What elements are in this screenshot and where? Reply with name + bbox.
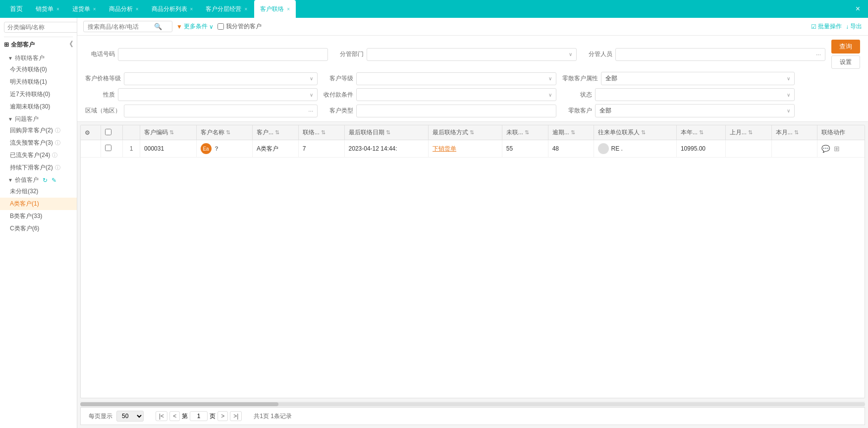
export-button[interactable]: ↓ 导出 [846, 22, 862, 31]
nav-tab-purchase[interactable]: 进货单 × [66, 0, 102, 18]
col-company-contact[interactable]: 往来单位联系人⇅ [594, 125, 676, 140]
last-page-btn[interactable]: >| [230, 411, 242, 421]
manager-input[interactable]: ··· [615, 48, 825, 61]
search-input[interactable] [88, 23, 152, 30]
sidebar-item-7days[interactable]: 近7天待联络(0) [0, 88, 77, 101]
prev-page-btn[interactable]: < [169, 411, 180, 421]
sidebar-section-problem[interactable]: ▼ 问题客户 [0, 113, 77, 124]
retail-attr-select[interactable]: 全部∨ [601, 72, 795, 85]
close-icon[interactable]: × [136, 6, 139, 12]
edit-icon[interactable]: ✎ [52, 177, 56, 184]
sidebar-search-input[interactable] [4, 22, 77, 33]
filter-search-box[interactable]: 🔍 [83, 21, 172, 32]
dept-label: 分管部门 [334, 50, 364, 58]
col-not-contacted[interactable]: 未联...⇅ [502, 125, 548, 140]
col-last-contact-date[interactable]: 最后联络日期⇅ [344, 125, 429, 140]
sidebar-item-declining[interactable]: 持续下滑客户(2) ⓘ [0, 161, 77, 174]
col-checkbox[interactable] [101, 125, 123, 140]
qr-icon[interactable]: ⊞ [834, 145, 840, 153]
sidebar-item-c-class[interactable]: C类客户(6) [0, 222, 77, 235]
my-customers-checkbox[interactable]: 我分管的客户 [217, 22, 262, 31]
sidebar-item-churn-warning[interactable]: 流失预警客户(3) ⓘ [0, 137, 77, 149]
settings-icon[interactable]: ⚙ [85, 129, 90, 136]
nav-home[interactable]: 首页 [4, 0, 29, 18]
nav-tab-analysis-list[interactable]: 商品分析列表 × [146, 0, 199, 18]
refresh-icon[interactable]: ↻ [43, 177, 48, 184]
sort-icon[interactable]: ⇅ [275, 129, 279, 136]
status-select[interactable]: ∨ [595, 88, 795, 101]
my-customers-check[interactable] [217, 23, 224, 30]
col-settings[interactable]: ⚙ [81, 125, 101, 140]
sort-icon[interactable]: ⇅ [321, 129, 326, 136]
window-close-icon[interactable]: × [852, 4, 864, 13]
sort-icon[interactable]: ⇅ [470, 129, 474, 136]
nav-tab-sales[interactable]: 销货单 × [30, 0, 65, 18]
horizontal-scrollbar[interactable] [80, 401, 865, 407]
nav-tab-customer-tier[interactable]: 客户分层经营 × [200, 0, 253, 18]
arrow-icon: ▼ [8, 55, 13, 61]
next-page-btn[interactable]: > [217, 411, 228, 421]
batch-op-button[interactable]: ☑ 批量操作 [811, 22, 842, 31]
sort-icon[interactable]: ⇅ [794, 129, 799, 136]
close-icon[interactable]: × [190, 6, 193, 12]
nature-select[interactable]: ∨ [118, 88, 318, 101]
region-input[interactable]: ··· [124, 105, 318, 117]
col-code[interactable]: 客户编码⇅ [140, 125, 196, 140]
close-icon[interactable]: × [93, 6, 96, 12]
nav-tab-customer-contact[interactable]: 客户联络 × [254, 0, 296, 18]
sidebar-item-tomorrow[interactable]: 明天待联络(1) [0, 76, 77, 88]
sort-icon[interactable]: ⇅ [748, 129, 753, 136]
sort-icon[interactable]: ⇅ [169, 129, 174, 136]
sort-icon[interactable]: ⇅ [571, 129, 575, 136]
col-level[interactable]: 客户...⇅ [252, 125, 298, 140]
sidebar-item-overdue[interactable]: 逾期未联络(30) [0, 101, 77, 113]
col-last-contact-method[interactable]: 最后联络方式⇅ [429, 125, 502, 140]
customer-level-select[interactable]: ∨ [356, 72, 556, 85]
chat-icon[interactable]: 💬 [821, 145, 830, 153]
scrollbar-thumb[interactable] [80, 402, 278, 406]
col-contact[interactable]: 联络...⇅ [298, 125, 344, 140]
select-all-checkbox[interactable] [105, 129, 111, 135]
sort-icon[interactable]: ⇅ [699, 129, 704, 136]
per-page-select[interactable]: 50 100 200 [116, 411, 144, 422]
sidebar-item-repurchase-abnormal[interactable]: 回购异常客户(2) ⓘ [0, 124, 77, 137]
sidebar-all-customers[interactable]: ⊞ 全部客户 《 [0, 37, 77, 52]
query-button[interactable]: 查询 [831, 40, 860, 54]
customer-type-input[interactable] [356, 105, 556, 117]
payment-select[interactable]: ∨ [356, 88, 556, 101]
sidebar-item-unclassified[interactable]: 未分组(32) [0, 185, 77, 198]
nav-tab-analysis[interactable]: 商品分析 × [103, 0, 145, 18]
search-icon[interactable]: 🔍 [154, 23, 162, 30]
sort-icon[interactable]: ⇅ [525, 129, 529, 136]
col-this-year[interactable]: 本年...⇅ [676, 125, 725, 140]
sidebar-item-a-class[interactable]: A类客户(1) [0, 198, 77, 210]
contact-method-link[interactable]: 下销货单 [433, 145, 456, 152]
cell-checkbox[interactable] [101, 140, 123, 158]
phone-input[interactable] [118, 48, 328, 61]
sidebar-item-b-class[interactable]: B类客户(33) [0, 210, 77, 222]
col-name[interactable]: 客户名称⇅ [196, 125, 252, 140]
close-icon[interactable]: × [56, 6, 59, 12]
collapse-icon[interactable]: 《 [66, 40, 73, 49]
col-this-month[interactable]: 本月...⇅ [771, 125, 817, 140]
dept-select[interactable]: ∨ [367, 48, 577, 61]
row-checkbox[interactable] [105, 145, 111, 151]
price-level-select[interactable]: ∨ [124, 72, 318, 85]
sidebar-item-today[interactable]: 今天待联络(0) [0, 63, 77, 76]
first-page-btn[interactable]: |< [156, 411, 167, 421]
sort-icon[interactable]: ⇅ [641, 129, 646, 136]
close-icon[interactable]: × [244, 6, 247, 12]
sidebar-item-churned[interactable]: 已流失客户(24) ⓘ [0, 149, 77, 161]
customer-name: ？ [214, 145, 219, 153]
setting-button[interactable]: 设置 [831, 55, 860, 69]
col-overdue[interactable]: 逾期...⇅ [548, 125, 594, 140]
more-filter-btn[interactable]: ▼ 更多条件 ∨ [176, 22, 214, 31]
sidebar-section-pending[interactable]: ▼ 待联络客户 [0, 52, 77, 63]
close-icon[interactable]: × [287, 6, 290, 12]
col-last-month[interactable]: 上月...⇅ [725, 125, 771, 140]
cell-last-contact-method[interactable]: 下销货单 [429, 140, 502, 158]
sort-icon[interactable]: ⇅ [226, 129, 230, 136]
page-number-input[interactable] [190, 411, 208, 421]
sort-icon[interactable]: ⇅ [386, 129, 390, 136]
retail-customer-select[interactable]: 全部∨ [595, 104, 795, 117]
